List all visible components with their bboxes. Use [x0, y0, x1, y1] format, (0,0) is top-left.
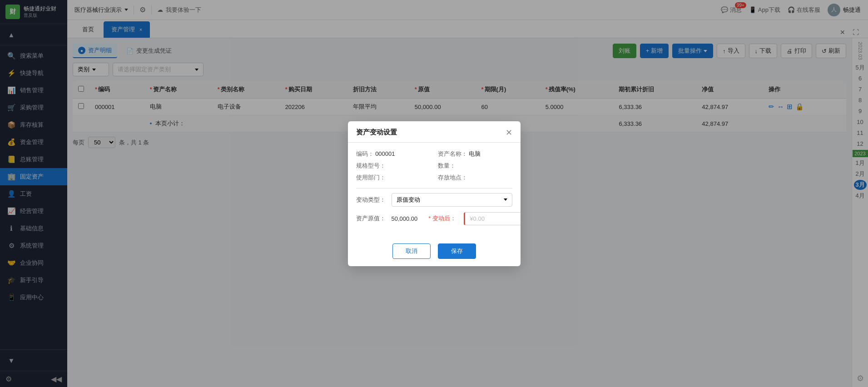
modal-asset-value-row: 资产原值： 50,000.00 * 变动后：	[356, 212, 512, 225]
modal-department: 使用部门：	[356, 174, 431, 182]
asset-change-modal: 资产变动设置 ✕ 编码： 000001 资产名称： 电脑 规格型号： 数量：	[348, 121, 521, 266]
modal-after-change-input[interactable]	[464, 212, 520, 225]
modal-asset-name-label: 资产名称：	[438, 150, 467, 157]
modal-spec-label: 规格型号：	[356, 162, 386, 169]
modal-cancel-button[interactable]: 取消	[392, 243, 431, 259]
modal-title: 资产变动设置	[356, 128, 397, 137]
modal-code: 编码： 000001	[356, 150, 431, 158]
modal-change-type-value: 原值变动	[397, 196, 420, 204]
modal-quantity-label: 数量：	[438, 162, 456, 169]
change-type-dropdown-icon	[504, 198, 507, 201]
modal-storage: 存放地点：	[438, 174, 512, 182]
modal-asset-value-value: 50,000.00	[392, 215, 418, 222]
modal-department-label: 使用部门：	[356, 174, 386, 181]
modal-asset-name-value: 电脑	[469, 150, 481, 157]
modal-change-type-label: 变动类型：	[356, 196, 388, 204]
modal-code-label: 编码：	[356, 150, 374, 157]
modal-change-type-select[interactable]: 原值变动	[392, 193, 512, 207]
modal-asset-value-label: 资产原值：	[356, 214, 388, 223]
cancel-label: 取消	[406, 248, 417, 254]
modal-storage-label: 存放地点：	[438, 174, 467, 181]
modal-save-button[interactable]: 保存	[438, 243, 476, 259]
modal-overlay: 资产变动设置 ✕ 编码： 000001 资产名称： 电脑 规格型号： 数量：	[0, 0, 868, 387]
save-label: 保存	[451, 248, 463, 254]
modal-header: 资产变动设置 ✕	[348, 121, 521, 143]
modal-divider	[356, 188, 512, 189]
modal-change-type-row: 变动类型： 原值变动	[356, 193, 512, 207]
modal-quantity: 数量：	[438, 162, 512, 170]
modal-footer: 取消 保存	[348, 238, 521, 266]
modal-code-value: 000001	[375, 150, 395, 157]
modal-info-grid: 编码： 000001 资产名称： 电脑 规格型号： 数量： 使用部门：	[356, 150, 512, 182]
modal-spec: 规格型号：	[356, 162, 431, 170]
modal-after-change-label: * 变动后：	[428, 214, 460, 223]
modal-close-button[interactable]: ✕	[506, 128, 512, 138]
modal-asset-name: 资产名称： 电脑	[438, 150, 512, 158]
modal-body: 编码： 000001 资产名称： 电脑 规格型号： 数量： 使用部门：	[348, 143, 521, 238]
